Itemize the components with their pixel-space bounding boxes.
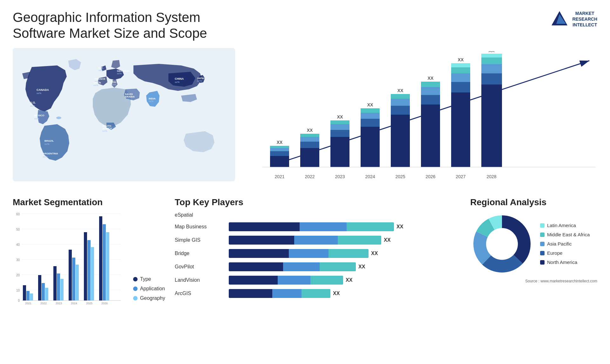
svg-text:20: 20	[16, 273, 20, 277]
svg-rect-113	[57, 273, 60, 300]
donut-legend-label: Europe	[547, 250, 562, 256]
svg-rect-121	[87, 240, 91, 300]
player-name: LandVision	[175, 277, 226, 283]
donut-legend-item: Middle East & Africa	[540, 232, 590, 237]
svg-rect-46	[300, 137, 319, 142]
svg-rect-58	[361, 113, 380, 119]
player-value: XX	[371, 251, 378, 256]
svg-text:2025: 2025	[86, 302, 92, 305]
regional-title: Regional Analysis	[470, 197, 597, 207]
donut-legend-item: Latin America	[540, 223, 590, 228]
regional-container: Regional Analysis	[470, 197, 597, 307]
growth-chart-container: XX 2021 XX 2022 XX	[245, 48, 597, 188]
player-value: XX	[358, 264, 365, 270]
key-players-container: Top Key Players eSpatialMap BusinessXXSi…	[175, 197, 461, 307]
player-name: ArcGIS	[175, 291, 226, 296]
svg-text:2026: 2026	[101, 302, 108, 305]
map-svg: CANADA xx% U.S. xx% MEXICO xx% BRAZIL xx…	[13, 48, 235, 181]
player-value: XX	[333, 291, 340, 296]
svg-text:CHINA: CHINA	[175, 77, 184, 80]
bottom-section: Market Segmentation 60 50 40 30 20 10 0	[13, 197, 597, 307]
legend-application: Application	[133, 286, 165, 292]
svg-text:xx%: xx%	[98, 69, 103, 72]
svg-text:2028: 2028	[486, 174, 496, 179]
type-dot	[133, 277, 138, 281]
svg-rect-41	[270, 146, 289, 148]
svg-text:50: 50	[16, 228, 20, 231]
svg-text:XX: XX	[277, 140, 283, 145]
player-row: eSpatial	[175, 212, 461, 218]
player-bar-container: XX	[229, 262, 461, 271]
players-list: eSpatialMap BusinessXXSimple GISXXBridge…	[175, 212, 461, 298]
svg-text:XX: XX	[307, 128, 313, 133]
svg-rect-47	[300, 134, 319, 137]
donut-legend-dot	[540, 251, 545, 255]
player-value: XX	[396, 224, 403, 230]
svg-text:0: 0	[18, 299, 20, 302]
svg-rect-45	[300, 142, 319, 148]
svg-text:2023: 2023	[56, 302, 62, 305]
map-container: CANADA xx% U.S. xx% MEXICO xx% BRAZIL xx…	[13, 48, 235, 188]
svg-text:XX: XX	[428, 76, 434, 81]
donut-legend-label: Asia Pacific	[547, 241, 572, 246]
svg-rect-81	[481, 84, 502, 167]
seg-legend: Type Application Geography	[133, 276, 165, 307]
svg-rect-68	[421, 104, 440, 167]
player-name: GovPilot	[175, 264, 226, 270]
svg-text:2022: 2022	[40, 302, 47, 305]
svg-text:2023: 2023	[335, 174, 345, 179]
svg-rect-50	[330, 137, 349, 167]
application-label: Application	[140, 286, 165, 292]
svg-text:2026: 2026	[425, 174, 435, 179]
donut-legend: Latin AmericaMiddle East & AfricaAsia Pa…	[540, 223, 590, 265]
svg-text:XX: XX	[337, 114, 343, 119]
svg-text:xx%: xx%	[111, 83, 116, 86]
svg-rect-124	[99, 216, 102, 300]
svg-text:30: 30	[16, 258, 20, 262]
growth-chart-inner: XX 2021 XX 2022 XX	[245, 51, 597, 185]
svg-rect-78	[451, 63, 470, 67]
logo-icon	[550, 10, 569, 29]
donut-legend-item: Asia Pacific	[540, 241, 590, 246]
svg-text:xx%: xx%	[117, 72, 122, 75]
svg-text:xx%: xx%	[197, 79, 202, 82]
svg-rect-109	[42, 283, 45, 300]
player-bar-container: XX	[229, 222, 461, 231]
svg-text:BRAZIL: BRAZIL	[44, 139, 54, 142]
key-players-title: Top Key Players	[175, 197, 461, 207]
svg-rect-65	[391, 94, 410, 99]
seg-bars: 60 50 40 30 20 10 0	[13, 212, 127, 307]
donut-legend-dot	[540, 260, 545, 265]
svg-text:xx%: xx%	[43, 155, 48, 158]
svg-text:2025: 2025	[395, 174, 405, 179]
donut-legend-item: Europe	[540, 250, 590, 256]
svg-rect-83	[481, 64, 502, 73]
donut-legend-label: Middle East & Africa	[547, 232, 590, 237]
player-bar-container: XX	[229, 236, 461, 245]
donut-legend-item: North America	[540, 260, 590, 265]
svg-text:xx%: xx%	[34, 117, 39, 120]
svg-rect-82	[481, 73, 502, 84]
svg-text:XX: XX	[367, 102, 373, 107]
legend-geography: Geography	[133, 295, 165, 301]
player-row: GovPilotXX	[175, 262, 461, 271]
player-name: eSpatial	[175, 212, 226, 218]
source-text: Source : www.marketresearchintellect.com	[470, 279, 597, 283]
page-title: Geographic Information System Software M…	[13, 10, 235, 42]
svg-rect-117	[72, 258, 75, 300]
svg-text:xx%: xx%	[149, 100, 153, 103]
donut-legend-dot	[540, 223, 545, 228]
logo-area: MARKET RESEARCH INTELLECT	[550, 10, 597, 29]
top-section: CANADA xx% U.S. xx% MEXICO xx% BRAZIL xx…	[13, 48, 597, 188]
player-value: XX	[384, 237, 390, 243]
svg-text:2022: 2022	[305, 174, 315, 179]
svg-text:xx%: xx%	[93, 84, 98, 87]
svg-text:2027: 2027	[456, 174, 465, 179]
svg-rect-75	[451, 82, 470, 92]
svg-text:xx%: xx%	[175, 81, 180, 84]
player-row: Simple GISXX	[175, 236, 461, 245]
svg-rect-77	[451, 67, 470, 73]
donut-legend-dot	[540, 242, 545, 246]
svg-text:MEXICO: MEXICO	[34, 114, 44, 117]
svg-rect-57	[361, 119, 380, 127]
